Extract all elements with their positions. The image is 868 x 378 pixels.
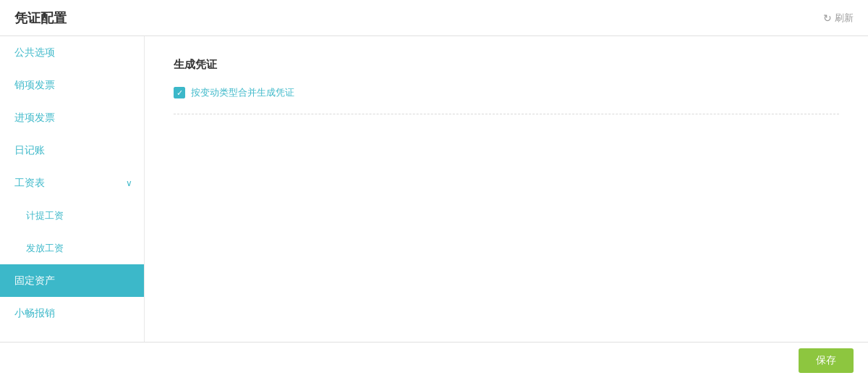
sidebar-item-public-options[interactable]: 公共选项 xyxy=(0,36,144,69)
sidebar-item-label: 销项发票 xyxy=(14,79,55,92)
sidebar-item-purchase-invoice[interactable]: 进项发票 xyxy=(0,101,144,134)
checkbox-label: 按变动类型合并生成凭证 xyxy=(191,86,294,99)
section-divider xyxy=(174,114,839,114)
sidebar-item-label: 工资表 xyxy=(14,177,45,190)
merge-by-type-checkbox[interactable] xyxy=(174,87,185,98)
checkbox-row: 按变动类型合并生成凭证 xyxy=(174,86,839,99)
sidebar-item-payroll-table[interactable]: 工资表∨ xyxy=(0,167,144,199)
sidebar-item-label: 日记账 xyxy=(14,144,45,157)
page-footer: 保存 xyxy=(0,342,868,378)
sidebar-item-journal[interactable]: 日记账 xyxy=(0,134,144,167)
section-title: 生成凭证 xyxy=(174,58,839,72)
sidebar-item-fixed-assets[interactable]: 固定资产 xyxy=(0,264,144,297)
sidebar-item-calc-salary[interactable]: 计提工资 xyxy=(0,199,144,232)
sidebar-item-petty-expense[interactable]: 小畅报销 xyxy=(0,297,144,329)
page-header: 凭证配置 ↻ 刷新 xyxy=(0,0,868,36)
sidebar-item-label: 计提工资 xyxy=(26,209,64,222)
refresh-button[interactable]: ↻ 刷新 xyxy=(823,12,854,25)
sidebar-item-label: 公共选项 xyxy=(14,46,55,59)
chevron-down-icon: ∨ xyxy=(126,178,132,188)
sidebar-item-pay-salary[interactable]: 发放工资 xyxy=(0,232,144,264)
sidebar: 公共选项销项发票进项发票日记账工资表∨计提工资发放工资固定资产小畅报销 xyxy=(0,36,145,342)
page-title: 凭证配置 xyxy=(14,9,67,27)
sidebar-item-label: 进项发票 xyxy=(14,112,55,125)
save-button[interactable]: 保存 xyxy=(799,348,854,373)
sidebar-item-sales-invoice[interactable]: 销项发票 xyxy=(0,69,144,101)
main-container: 公共选项销项发票进项发票日记账工资表∨计提工资发放工资固定资产小畅报销 生成凭证… xyxy=(0,36,868,342)
refresh-label: 刷新 xyxy=(835,12,854,25)
sidebar-item-label: 固定资产 xyxy=(14,274,55,287)
sidebar-item-label: 发放工资 xyxy=(26,242,64,255)
refresh-icon: ↻ xyxy=(823,12,832,24)
content-area: 生成凭证 按变动类型合并生成凭证 xyxy=(145,36,868,342)
sidebar-item-label: 小畅报销 xyxy=(14,307,55,320)
